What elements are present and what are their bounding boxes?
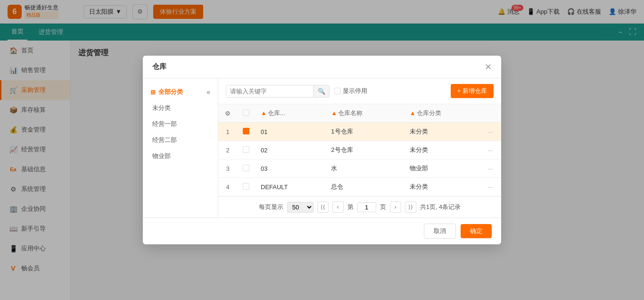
search-wrap: 🔍 [226,85,330,98]
all-categories-label: 全部分类 [158,88,183,96]
row-code: 01 [255,123,325,141]
col-settings: ⚙ [218,104,237,123]
total-info: 共1页, 4条记录 [420,203,461,211]
row-actions[interactable]: ··· [482,123,501,141]
modal-close-button[interactable]: ✕ [485,63,492,71]
table-row[interactable]: 1 01 1号仓库 未分类 ··· [218,123,501,141]
add-warehouse-button[interactable]: + 新增仓库 [451,84,494,98]
settings-icon[interactable]: ⚙ [225,110,231,117]
table-header-row: ⚙ ▲仓库... ▲仓库名称 ▲仓库分类 [218,104,501,123]
row-num: 3 [218,159,237,178]
row-code: 03 [255,159,325,178]
row-more-button[interactable]: ··· [488,183,493,191]
per-page-select[interactable]: 50 20 100 [287,202,314,213]
header-checkbox[interactable] [243,109,249,116]
modal-overlay: 仓库 ✕ ⊞ 全部分类 « 未分类 [71,41,644,300]
cancel-button[interactable]: 取消 [424,224,456,239]
per-page-label: 每页显示 [259,203,283,211]
row-num: 2 [218,141,237,159]
row-name: 总仓 [325,178,404,196]
row-category: 物业部 [404,159,482,178]
warehouse-modal: 仓库 ✕ ⊞ 全部分类 « 未分类 [143,56,501,244]
row-name: 2号仓库 [325,141,404,159]
modal-header: 仓库 ✕ [143,56,501,78]
prev-page-button[interactable]: ‹ [332,201,344,213]
row-num: 4 [218,178,237,196]
modal-footer: 取消 确定 [143,217,501,244]
row-category: 未分类 [404,178,482,196]
confirm-button[interactable]: 确定 [461,224,492,238]
search-icon[interactable]: 🔍 [314,85,329,97]
row-checkbox[interactable] [237,123,255,141]
category-item-property[interactable]: 物业部 [143,148,218,164]
row-more-button[interactable]: ··· [488,165,493,172]
collapse-icon[interactable]: « [206,88,210,96]
pagination: 每页显示 50 20 100 ⟨⟨ ‹ 第 页 › [218,196,501,217]
show-disabled-checkbox[interactable]: 显示停用 [334,87,367,95]
row-more-button[interactable]: ··· [488,147,493,154]
table-row[interactable]: 3 03 水 物业部 ··· [218,159,501,178]
row-category: 未分类 [404,141,482,159]
category-item-unclassified[interactable]: 未分类 [143,100,218,116]
row-checkbox[interactable] [237,141,255,159]
warehouse-table: ⚙ ▲仓库... ▲仓库名称 ▲仓库分类 1 [218,104,501,196]
row-actions[interactable]: ··· [482,178,501,196]
warehouse-toolbar: 🔍 显示停用 + 新增仓库 [218,78,501,104]
row-checkbox[interactable] [237,178,255,196]
table-row[interactable]: 2 02 2号仓库 未分类 ··· [218,141,501,159]
first-page-button[interactable]: ⟨⟨ [317,201,329,213]
checkbox-icon [334,88,341,94]
modal-body: ⊞ 全部分类 « 未分类 经营一部 经营二部 [143,78,501,217]
col-code: ▲仓库... [255,104,325,123]
col-actions [482,104,501,123]
next-page-button[interactable]: › [390,201,401,213]
category-item-dept1[interactable]: 经营一部 [143,116,218,132]
col-name: ▲仓库名称 [325,104,404,123]
row-num: 1 [218,123,237,141]
modal-title: 仓库 [152,62,166,71]
page-label: 第 [347,203,354,211]
all-categories-header[interactable]: ⊞ 全部分类 « [143,84,218,100]
table-row[interactable]: 4 DEFAULT 总仓 未分类 ··· [218,178,501,196]
col-category: ▲仓库分类 [404,104,482,123]
grid-icon: ⊞ [150,89,156,96]
row-name: 水 [325,159,404,178]
category-panel: ⊞ 全部分类 « 未分类 经营一部 经营二部 [143,78,218,217]
row-code: 02 [255,141,325,159]
row-actions[interactable]: ··· [482,141,501,159]
page-unit: 页 [380,203,386,211]
row-name: 1号仓库 [325,123,404,141]
search-input[interactable] [226,85,314,97]
show-disabled-label: 显示停用 [343,87,367,95]
row-code: DEFAULT [255,178,325,196]
row-category: 未分类 [404,123,482,141]
last-page-button[interactable]: ⟩⟩ [405,201,416,213]
row-actions[interactable]: ··· [482,159,501,178]
col-checkbox [237,104,255,123]
category-item-dept2[interactable]: 经营二部 [143,132,218,148]
page-number-input[interactable] [357,202,376,212]
row-more-button[interactable]: ··· [488,128,493,135]
row-checkbox[interactable] [237,159,255,178]
main-layout: 🏠 首页 📊 销售管理 🛒 采购管理 📦 库存核算 💰 资金管理 📈 经营管理 … [0,41,644,300]
warehouse-panel: 🔍 显示停用 + 新增仓库 [218,78,501,217]
content-area: 进货管理 仓库 ✕ ⊞ 全部分类 « [71,41,644,300]
